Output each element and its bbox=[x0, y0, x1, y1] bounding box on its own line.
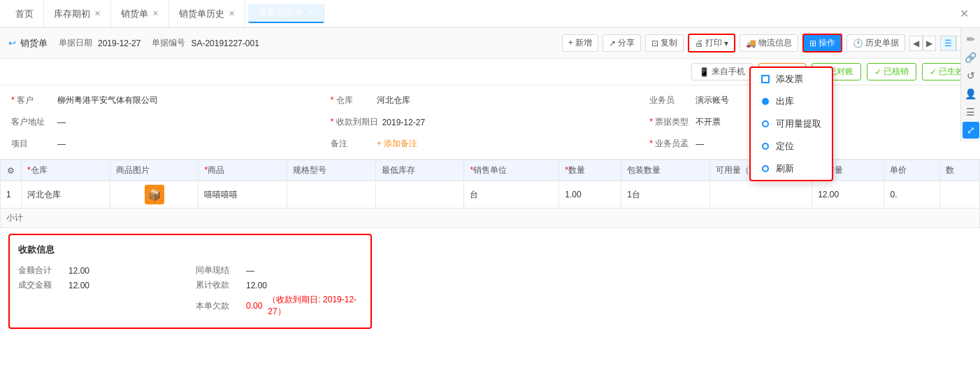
add-invoice-icon bbox=[761, 74, 770, 84]
row-img: 📦 bbox=[110, 181, 199, 209]
due-date-label: 收款到期日 bbox=[331, 116, 378, 128]
available-qty-item[interactable]: 可用量提取 bbox=[751, 113, 832, 135]
tab-sales-history[interactable]: 销货单历史 ✕ bbox=[169, 0, 245, 27]
table-row: 1 河北仓库 📦 嘻嘻嘻嘻 台 1.00 1台 12.00 0. bbox=[1, 181, 980, 209]
number-label: 单据编号 bbox=[152, 37, 185, 49]
row-stock: 12.00 bbox=[812, 181, 884, 209]
img-col-header: 商品图片 bbox=[110, 160, 199, 181]
outbound-item[interactable]: 出库 bbox=[751, 90, 832, 113]
payment-panel-title: 收款信息 bbox=[18, 244, 362, 256]
locate-item[interactable]: 定位 bbox=[751, 135, 832, 157]
from-phone-button[interactable]: 📱 来自手机 bbox=[691, 63, 753, 80]
locate-icon bbox=[761, 141, 770, 151]
row-warehouse: 河北仓库 bbox=[22, 181, 110, 209]
sidebar-expand-icon[interactable]: ⤢ bbox=[963, 122, 979, 139]
customer-label: 客户 bbox=[11, 94, 53, 106]
project-label: 项目 bbox=[11, 138, 53, 150]
tab-inventory[interactable]: 库存期初 ✕ bbox=[44, 0, 111, 27]
address-row: 客户地址 — bbox=[11, 114, 331, 130]
share-button[interactable]: ↗ 分享 bbox=[603, 34, 641, 52]
doc-meta: 单据日期 2019-12-27 单据编号 SA-20191227-001 bbox=[59, 37, 259, 49]
refresh-item[interactable]: 刷新 bbox=[751, 157, 832, 180]
history-button[interactable]: 🕐 历史单据 bbox=[846, 34, 905, 52]
min-stock-col-header: 最低库存 bbox=[375, 160, 464, 181]
due-date-value: 2019-12-27 bbox=[382, 118, 425, 127]
doc-header: ↩ 销货单 单据日期 2019-12-27 单据编号 SA-20191227-0… bbox=[0, 28, 980, 59]
project-value: — bbox=[57, 139, 66, 149]
sidebar-edit-icon[interactable]: ✏ bbox=[963, 31, 979, 48]
note-add-button[interactable]: + 添加备注 bbox=[377, 138, 417, 150]
copy-button[interactable]: ⊡ 复制 bbox=[645, 34, 684, 52]
window-close-button[interactable]: ✕ bbox=[954, 7, 974, 20]
unit-col-header: *销售单位 bbox=[464, 160, 559, 181]
operations-button[interactable]: ⊞ 操作 bbox=[802, 34, 842, 52]
sidebar-list-icon[interactable]: ☰ bbox=[963, 104, 979, 120]
close-history-tab[interactable]: ✕ bbox=[229, 9, 235, 18]
number-value: SA-20191227-001 bbox=[191, 38, 259, 48]
single-settle-row: 同单现结 — bbox=[196, 263, 362, 278]
doc-actions: + 新增 ↗ 分享 ⊡ 复制 🖨 打印 ▾ 🚚 物流信息 ⊞ 操作 bbox=[562, 34, 972, 52]
staff-value: 演示账号 bbox=[696, 94, 729, 106]
add-invoice-item[interactable]: 添发票 bbox=[751, 68, 832, 90]
owe-note: （收款到期日: 2019-12-27） bbox=[268, 294, 362, 318]
already-sold-button[interactable]: ✓ 已核销 bbox=[867, 63, 916, 80]
phone-icon: 📱 bbox=[699, 67, 709, 77]
history-icon: 🕐 bbox=[853, 38, 863, 48]
tab-sales[interactable]: 销货单 ✕ bbox=[111, 0, 169, 27]
check-icon3: ✓ bbox=[930, 67, 937, 77]
salesman-label: 业务员孟 bbox=[649, 138, 691, 150]
warehouse-label: 仓库 bbox=[331, 94, 373, 106]
prev-button[interactable]: ◀ bbox=[909, 36, 923, 51]
tab-view-sales[interactable]: 查看销货单 ✕ bbox=[248, 4, 324, 23]
tab-home[interactable]: 首页 bbox=[6, 0, 44, 27]
row-pack: 1台 bbox=[621, 181, 710, 209]
print-icon: 🖨 bbox=[695, 38, 703, 48]
available-qty-icon bbox=[761, 119, 770, 129]
warehouse-col-header: *仓库 bbox=[22, 160, 110, 181]
close-view-sales-tab[interactable]: ✕ bbox=[308, 8, 314, 17]
sidebar-refresh-icon[interactable]: ↺ bbox=[963, 67, 979, 84]
deal-label: 成交金额 bbox=[18, 279, 63, 291]
amount-col-header: 数 bbox=[940, 160, 980, 181]
deal-value: 12.00 bbox=[69, 281, 89, 290]
list-view-button[interactable]: ☰ bbox=[940, 36, 956, 51]
cumulative-row: 累计收款 12.00 bbox=[196, 278, 362, 293]
pack-col-header: 包装数量 bbox=[621, 160, 710, 181]
cumulative-value: 12.00 bbox=[246, 281, 267, 290]
warehouse-value: 河北仓库 bbox=[377, 94, 410, 106]
salesman-value: — bbox=[696, 139, 704, 149]
new-button[interactable]: + 新增 bbox=[562, 34, 598, 52]
operations-dropdown: 添发票 出库 可用量提取 定位 刷新 bbox=[749, 66, 833, 181]
doc-type-icon: ↩ bbox=[8, 38, 16, 48]
due-date-row: 收款到期日 2019-12-27 bbox=[331, 114, 650, 130]
payment-panel: 收款信息 金额合计 12.00 成交金额 12.00 同单现结 — 累计收款 bbox=[8, 234, 372, 329]
staff-label: 业务员 bbox=[649, 94, 691, 106]
sidebar-link-icon[interactable]: 🔗 bbox=[963, 49, 979, 66]
print-button[interactable]: 🖨 打印 ▾ bbox=[688, 34, 735, 52]
grid-icon: ⊞ bbox=[809, 38, 816, 48]
row-product: 嘻嘻嘻嘻 bbox=[199, 181, 287, 209]
note-label: 备注 bbox=[331, 138, 373, 150]
owe-value: 0.00 bbox=[246, 301, 262, 311]
sidebar-user-icon[interactable]: 👤 bbox=[963, 85, 979, 102]
close-sales-tab[interactable]: ✕ bbox=[152, 9, 159, 18]
customer-row: 客户 柳州粤港平安气体有限公司 bbox=[11, 92, 331, 108]
logistics-button[interactable]: 🚚 物流信息 bbox=[740, 34, 798, 52]
logistics-icon: 🚚 bbox=[746, 38, 756, 48]
ticket-value: 不开票 bbox=[696, 116, 721, 128]
row-min-stock bbox=[375, 181, 464, 209]
outbound-icon bbox=[761, 97, 770, 106]
tab-bar: 首页 库存期初 ✕ 销货单 ✕ 销货单历史 ✕ 查看销货单 ✕ ✕ bbox=[0, 0, 980, 28]
row-unit: 台 bbox=[464, 181, 559, 209]
close-inventory-tab[interactable]: ✕ bbox=[94, 9, 101, 18]
date-label: 单据日期 bbox=[59, 37, 92, 49]
address-label: 客户地址 bbox=[11, 116, 53, 128]
note-row: 备注 + 添加备注 bbox=[331, 136, 650, 152]
next-button[interactable]: ▶ bbox=[923, 36, 936, 51]
refresh-icon bbox=[761, 164, 770, 174]
check-icon2: ✓ bbox=[874, 67, 881, 77]
subtotal-label: 小计 bbox=[1, 209, 980, 228]
total-label: 金额合计 bbox=[18, 265, 63, 276]
share-icon: ↗ bbox=[609, 38, 616, 48]
doc-title: ↩ 销货单 bbox=[8, 37, 48, 50]
